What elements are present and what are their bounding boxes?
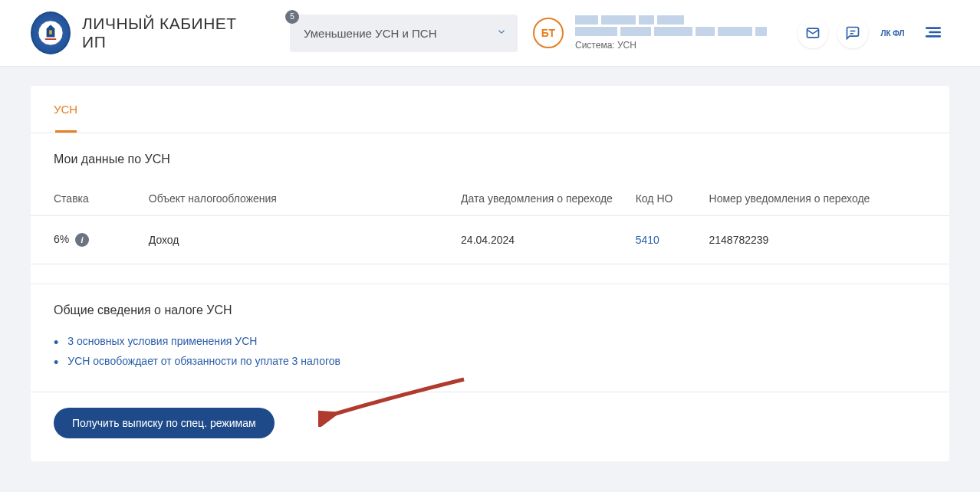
chevron-down-icon xyxy=(496,27,507,40)
cell-notice-number: 2148782239 xyxy=(702,216,949,264)
info-icon[interactable]: i xyxy=(75,233,89,247)
get-statement-button[interactable]: Получить выписку по спец. режимам xyxy=(54,408,275,438)
user-block: БТ Система: УСН xyxy=(533,15,767,51)
usn-general-section: Общие сведения о налоге УСН 3 основных у… xyxy=(31,284,949,392)
table-header-row: Ставка Объект налогообложения Дата уведо… xyxy=(31,182,949,216)
usn-data-title: Мои данные по УСН xyxy=(54,153,926,166)
cell-object: Доход xyxy=(141,216,453,264)
lk-fl-button[interactable]: ЛК ФЛ xyxy=(877,18,908,48)
cell-rate: 6% i xyxy=(31,216,141,264)
mail-icon xyxy=(805,25,821,41)
table-row: 6% i Доход 24.04.2024 5410 2148782239 xyxy=(31,216,949,264)
code-link[interactable]: 5410 xyxy=(636,234,659,246)
usn-card: УСН Мои данные по УСН Ставка Объект нало… xyxy=(31,86,949,461)
menu-icon xyxy=(923,22,943,42)
menu-button[interactable] xyxy=(917,16,949,51)
dropdown-value: Уменьшение УСН и ПСН xyxy=(304,27,437,40)
dropdown-badge: 5 xyxy=(285,10,299,24)
tabs-bar: УСН xyxy=(31,86,949,133)
list-item: УСН освобождает от обязанности по уплате… xyxy=(54,353,926,372)
category-dropdown[interactable]: 5 Уменьшение УСН и ПСН xyxy=(290,15,518,52)
usn-data-section: Мои данные по УСН Ставка Объект налогооб… xyxy=(31,133,949,284)
user-system-label: Система: УСН xyxy=(575,40,767,51)
rate-value: 6% xyxy=(54,233,69,245)
chat-button[interactable] xyxy=(837,18,868,48)
col-code: Код НО xyxy=(628,182,702,216)
cell-code: 5410 xyxy=(628,216,702,264)
logo-block: ЛИЧНЫЙ КАБИНЕТ ИП xyxy=(31,11,252,54)
fns-emblem-icon xyxy=(31,11,71,54)
list-item: 3 основных условия применения УСН xyxy=(54,333,926,353)
content-area: УСН Мои данные по УСН Ставка Объект нало… xyxy=(0,67,980,481)
mail-button[interactable] xyxy=(797,18,828,48)
usn-data-table: Ставка Объект налогообложения Дата уведо… xyxy=(31,182,949,264)
avatar[interactable]: БТ xyxy=(533,18,564,48)
usn-info-list: 3 основных условия применения УСН УСН ос… xyxy=(54,333,926,372)
col-notice-number: Номер уведомления о переходе xyxy=(702,182,949,216)
chat-icon xyxy=(845,25,860,41)
link-exempts[interactable]: УСН освобождает от обязанности по уплате… xyxy=(67,355,340,367)
tab-usn[interactable]: УСН xyxy=(54,86,77,133)
link-conditions[interactable]: 3 основных условия применения УСН xyxy=(67,335,257,347)
usn-general-title: Общие сведения о налоге УСН xyxy=(54,303,926,317)
col-rate: Ставка xyxy=(31,182,141,216)
action-row: Получить выписку по спец. режимам xyxy=(31,392,949,461)
col-notice-date: Дата уведомления о переходе xyxy=(453,182,628,216)
dropdown-field[interactable]: Уменьшение УСН и ПСН xyxy=(290,15,518,52)
app-header: ЛИЧНЫЙ КАБИНЕТ ИП 5 Уменьшение УСН и ПСН… xyxy=(0,0,980,67)
col-object: Объект налогообложения xyxy=(141,182,453,216)
user-name-redacted xyxy=(575,15,767,36)
cell-notice-date: 24.04.2024 xyxy=(453,216,628,264)
user-info: Система: УСН xyxy=(575,15,767,51)
app-title: ЛИЧНЫЙ КАБИНЕТ ИП xyxy=(82,15,252,51)
header-icons: ЛК ФЛ xyxy=(797,16,949,51)
